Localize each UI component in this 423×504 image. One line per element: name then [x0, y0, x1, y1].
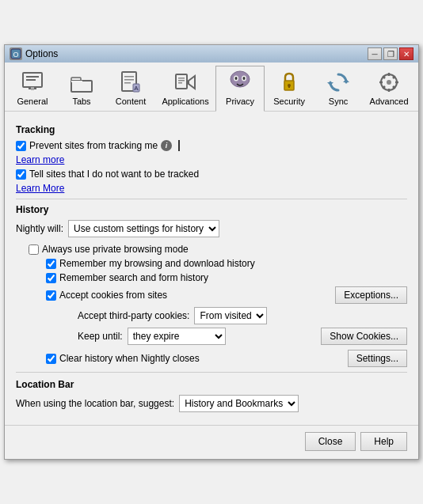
remember-search-checkbox[interactable] — [46, 273, 56, 283]
tab-security-label: Security — [273, 97, 305, 106]
location-bar-section: Location Bar When using the location bar… — [16, 379, 407, 412]
content-icon: A — [118, 70, 143, 95]
svg-rect-19 — [178, 82, 182, 84]
prevent-tracking-label: Prevent sites from tracking me — [29, 140, 158, 151]
remember-browsing-label: Remember my browsing and download histor… — [59, 258, 255, 269]
cursor — [178, 140, 186, 151]
advanced-icon — [376, 70, 402, 95]
tab-general[interactable]: General — [8, 66, 57, 111]
location-bar-label: Location Bar — [16, 379, 407, 390]
window-icon: O — [10, 47, 22, 60]
accept-cookies-label: Accept cookies from sites — [59, 290, 167, 301]
always-private-row: Always use private browsing mode — [29, 244, 407, 255]
tell-sites-row: Tell sites that I do not want to be trac… — [16, 169, 407, 180]
svg-rect-29 — [288, 85, 290, 88]
applications-icon — [173, 70, 198, 95]
learn-more-link-1[interactable]: Learn more — [16, 154, 407, 165]
keep-until-select[interactable]: they expire I close Firefox ask me every… — [128, 328, 226, 345]
tracking-section-label: Tracking — [16, 124, 407, 135]
divider-2 — [16, 372, 407, 373]
always-private-checkbox[interactable] — [29, 244, 39, 255]
security-icon — [276, 70, 302, 95]
keep-until-row: Keep until: they expire I close Firefox … — [78, 328, 407, 345]
svg-rect-18 — [178, 80, 185, 81]
tab-sync-label: Sync — [329, 97, 348, 106]
tab-content[interactable]: A Content — [106, 66, 155, 111]
svg-rect-13 — [124, 82, 131, 84]
tab-advanced-label: Advanced — [370, 97, 409, 106]
svg-marker-31 — [327, 82, 333, 85]
tell-sites-label: Tell sites that I do not want to be trac… — [29, 169, 199, 180]
info-icon[interactable]: i — [161, 140, 172, 151]
keep-until-label: Keep until: — [78, 331, 123, 342]
third-party-select[interactable]: From visited Always Never — [194, 307, 267, 324]
tab-privacy[interactable]: Privacy — [215, 66, 265, 112]
clear-history-label: Clear history when Nightly closes — [59, 353, 200, 364]
svg-point-33 — [387, 80, 391, 85]
tab-advanced[interactable]: Advanced — [363, 66, 415, 111]
svg-rect-17 — [178, 78, 185, 79]
suggest-select[interactable]: History and Bookmarks History Bookmarks … — [179, 395, 299, 412]
svg-rect-3 — [26, 76, 39, 78]
exceptions-button[interactable]: Exceptions... — [335, 286, 407, 304]
tab-content-label: Content — [116, 97, 147, 106]
svg-point-25 — [235, 77, 238, 80]
tab-general-label: General — [17, 97, 48, 106]
svg-point-26 — [243, 77, 246, 80]
accept-cookies-checkbox[interactable] — [46, 290, 56, 301]
tab-applications-label: Applications — [162, 97, 208, 106]
svg-rect-11 — [124, 76, 134, 78]
tab-security[interactable]: Security — [265, 66, 314, 111]
show-cookies-button[interactable]: Show Cookies... — [321, 328, 407, 345]
remember-browsing-checkbox[interactable] — [46, 259, 56, 269]
svg-rect-4 — [26, 79, 36, 81]
third-party-label: Accept third-party cookies: — [78, 310, 189, 321]
history-sub-options: Remember my browsing and download histor… — [46, 258, 407, 367]
tell-sites-checkbox[interactable] — [16, 169, 26, 180]
svg-rect-16 — [176, 74, 187, 89]
learn-more-link-2[interactable]: Learn More — [16, 183, 407, 194]
clear-history-left: Clear history when Nightly closes — [46, 353, 200, 364]
history-mode-row: Nightly will: Use custom settings for hi… — [16, 220, 407, 237]
privacy-icon — [227, 70, 253, 95]
settings-button[interactable]: Settings... — [348, 350, 407, 367]
clear-history-checkbox[interactable] — [46, 354, 56, 364]
svg-point-22 — [231, 71, 250, 87]
accept-cookies-left: Accept cookies from sites — [46, 290, 167, 301]
tab-tabs[interactable]: Tabs — [57, 66, 106, 111]
tabs-icon — [69, 70, 94, 95]
svg-text:O: O — [13, 51, 18, 59]
svg-rect-12 — [124, 79, 134, 81]
history-mode-select[interactable]: Use custom settings for history Remember… — [68, 220, 219, 237]
svg-rect-8 — [71, 81, 92, 92]
tab-tabs-label: Tabs — [72, 97, 90, 106]
help-button[interactable]: Help — [360, 432, 407, 451]
minimize-button[interactable]: ─ — [368, 47, 382, 60]
divider-1 — [16, 199, 407, 199]
suggest-label: When using the location bar, suggest: — [16, 398, 174, 409]
remember-search-row: Remember search and form history — [46, 272, 407, 283]
close-window-button[interactable]: ✕ — [399, 47, 413, 60]
window-controls: ─ ❐ ✕ — [368, 47, 413, 60]
remember-search-label: Remember search and form history — [59, 272, 208, 283]
options-window: O Options ─ ❐ ✕ General — [4, 44, 419, 460]
sync-icon — [326, 70, 351, 95]
remember-browsing-row: Remember my browsing and download histor… — [46, 258, 407, 269]
tab-sync[interactable]: Sync — [314, 66, 363, 111]
tab-privacy-label: Privacy — [226, 97, 254, 106]
always-private-label: Always use private browsing mode — [42, 244, 189, 255]
accept-cookies-row: Accept cookies from sites Exceptions... — [46, 286, 407, 304]
svg-marker-20 — [189, 76, 195, 89]
restore-button[interactable]: ❐ — [383, 47, 398, 60]
close-button[interactable]: Close — [305, 432, 356, 451]
tab-bar: General Tabs A — [5, 63, 418, 112]
content-area: Tracking Prevent sites from tracking me … — [5, 112, 418, 420]
svg-rect-9 — [71, 81, 82, 82]
prevent-tracking-checkbox[interactable] — [16, 141, 26, 151]
clear-history-row: Clear history when Nightly closes Settin… — [46, 350, 407, 367]
window-title: Options — [25, 48, 368, 59]
nightly-will-label: Nightly will: — [16, 223, 63, 234]
general-icon — [20, 70, 45, 95]
tab-applications[interactable]: Applications — [155, 66, 215, 111]
location-suggest-row: When using the location bar, suggest: Hi… — [16, 395, 407, 412]
